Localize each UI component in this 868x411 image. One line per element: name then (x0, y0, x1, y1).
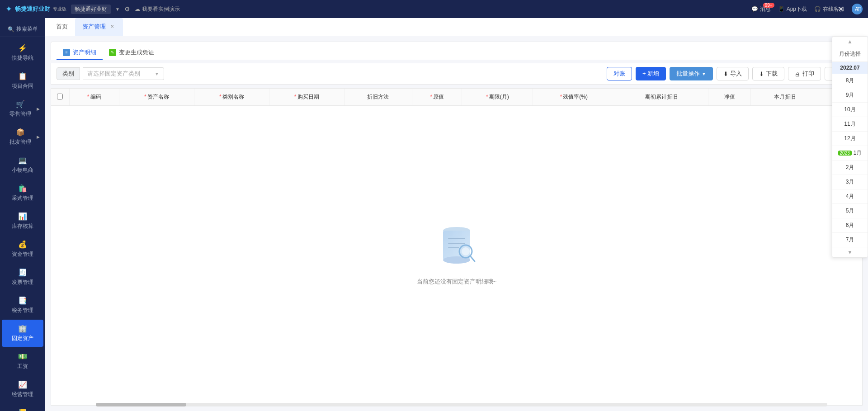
window-controls: ✕ □ (832, 0, 868, 18)
sub-tab-asset-detail-label: 资产明细 (73, 48, 96, 57)
sub-tab-change-voucher-label: 变更生成凭证 (119, 48, 154, 57)
month-item-2[interactable]: 2月 (832, 161, 868, 175)
reconcile-button[interactable]: 对账 (607, 67, 632, 80)
col-purchase-date: *购买日期 (269, 89, 344, 106)
sidebar-item-retail[interactable]: 🛒 零售管理 ▶ (2, 95, 43, 123)
app-download-button[interactable]: 📱 App下载 (778, 5, 807, 13)
download-label: 下载 (766, 70, 778, 78)
page-content: ≡ 资产明细 ✎ 变更生成凭证 类别 请选择固定资产类别 ▼ (45, 36, 868, 411)
col-name: *资产名称 (119, 89, 194, 106)
tab-bar: 首页 资产管理 ✕ (45, 18, 868, 36)
month-item-1-2023[interactable]: 2023 1月 (832, 146, 868, 161)
category-dropdown[interactable]: 请选择固定资产类别 ▼ (83, 67, 164, 80)
month-item-3[interactable]: 3月 (832, 175, 868, 189)
purchase-icon: 🛍️ (18, 184, 27, 193)
empty-text: 当前您还没有固定资产明细哦~ (417, 278, 497, 286)
sidebar-item-tax[interactable]: 📑 税务管理 (2, 292, 43, 319)
app-edition: 专业版 (53, 6, 66, 12)
sidebar-item-wholesale[interactable]: 📦 批发管理 ▶ (2, 123, 43, 151)
month-item-6[interactable]: 6月 (832, 218, 868, 233)
batch-label: 批量操作 (676, 70, 700, 78)
svg-line-8 (470, 256, 475, 261)
col-code: *编码 (69, 89, 119, 106)
main-layout: 🔍 搜索菜单 ⚡ 快捷导航 📋 项目合同 🛒 零售管理 ▶ 📦 批发管理 ▶ (0, 18, 868, 411)
toolbar: 类别 请选择固定资产类别 ▼ 对账 + 新增 批量操作 ▼ (51, 63, 863, 85)
col-accumulated-depreciation: 期初累计折旧 (615, 89, 708, 106)
asset-detail-tab-icon: ≡ (63, 49, 70, 56)
wholesale-icon: 📦 (16, 128, 25, 137)
month-item-8[interactable]: 8月 (832, 74, 868, 88)
window-maximize-button[interactable]: □ (850, 0, 868, 18)
month-panel-up-arrow[interactable]: ▲ (832, 37, 868, 47)
retail-arrow-icon: ▶ (37, 107, 40, 111)
assets-table: *编码 *资产名称 *类别名称 *购买日期 折旧方法 *原值 *期限(月) *残… (51, 89, 862, 106)
sidebar: 🔍 搜索菜单 ⚡ 快捷导航 📋 项目合同 🛒 零售管理 ▶ 📦 批发管理 ▶ (0, 18, 45, 411)
add-button[interactable]: + 新增 (636, 67, 666, 80)
month-list: 8月 9月 10月 11月 12月 2023 1月 2月 3月 4月 5月 6月… (832, 74, 868, 247)
month-item-7[interactable]: 7月 (832, 233, 868, 247)
sidebar-item-ledger[interactable]: 📒 总账管理 (2, 404, 43, 411)
sub-tab-asset-detail[interactable]: ≡ 资产明细 (57, 46, 103, 60)
sidebar-item-finance[interactable]: 💰 资金管理 (2, 236, 43, 263)
empty-illustration (429, 225, 484, 270)
quick-nav-icon: ⚡ (18, 44, 27, 52)
col-category: *类别名称 (194, 89, 269, 106)
table-header-row: *编码 *资产名称 *类别名称 *购买日期 折旧方法 *原值 *期限(月) *残… (51, 89, 862, 106)
tab-home[interactable]: 首页 (49, 18, 75, 36)
sidebar-item-ecommerce[interactable]: 💻 小畅电商 (2, 151, 43, 179)
sidebar-item-operations[interactable]: 📈 经营管理 (2, 376, 43, 403)
download-button[interactable]: ⬇ 下载 (752, 67, 784, 80)
tab-close-icon[interactable]: ✕ (108, 23, 116, 30)
month-item-9[interactable]: 9月 (832, 88, 868, 103)
batch-button[interactable]: 批量操作 ▼ (670, 67, 713, 80)
retail-icon: 🛒 (16, 100, 25, 109)
toolbar-right: 对账 + 新增 批量操作 ▼ ⬇ 导入 ⬇ 下载 (607, 67, 857, 80)
cloud-icon: ☁ (135, 6, 140, 12)
message-button[interactable]: 💬 消息 99+ (751, 5, 771, 13)
sidebar-item-invoice[interactable]: 🧾 发票管理 (2, 264, 43, 291)
current-month-display[interactable]: 2022.07 (840, 65, 859, 71)
settings-icon[interactable]: ⚙ (124, 5, 130, 13)
sidebar-item-salary[interactable]: 💵 工资 (2, 348, 43, 375)
tab-asset-management[interactable]: 资产管理 ✕ (75, 18, 123, 36)
empty-state: 当前您还没有固定资产明细哦~ (51, 106, 862, 405)
print-label: 打印 (802, 70, 814, 78)
month-item-11[interactable]: 11月 (832, 117, 868, 132)
company-dropdown-icon[interactable]: ▼ (115, 7, 120, 12)
finance-icon: 💰 (18, 240, 27, 249)
month-panel-title: 月份选择 (839, 50, 861, 58)
download-icon: ⬇ (759, 71, 764, 77)
content-area: 首页 资产管理 ✕ ≡ 资产明细 ✎ 变更生成凭证 (45, 18, 868, 411)
scrollbar-thumb[interactable] (96, 403, 186, 406)
month-panel-header: 月份选择 (832, 47, 868, 62)
col-original-value: *原值 (412, 89, 462, 106)
batch-arrow-icon: ▼ (702, 71, 706, 76)
tab-home-label: 首页 (56, 23, 68, 31)
month-panel-down-arrow[interactable]: ▼ (832, 247, 868, 257)
table-container: *编码 *资产名称 *类别名称 *购买日期 折旧方法 *原值 *期限(月) *残… (51, 88, 863, 406)
search-menu[interactable]: 🔍 搜索菜单 (0, 22, 45, 37)
tax-icon: 📑 (18, 296, 27, 305)
sub-tab-change-voucher[interactable]: ✎ 变更生成凭证 (103, 46, 160, 60)
sidebar-item-inventory[interactable]: 📊 库存核算 (2, 208, 43, 235)
app-name: 畅捷通好业财 (15, 5, 50, 13)
print-button[interactable]: 🖨 打印 (788, 67, 821, 80)
sidebar-item-quick-nav[interactable]: ⚡ 快捷导航 (2, 39, 43, 66)
company-selector[interactable]: 畅捷通好业财 (71, 5, 111, 14)
month-item-4[interactable]: 4月 (832, 189, 868, 204)
sidebar-item-project[interactable]: 📋 项目合同 (2, 67, 43, 94)
select-all-checkbox[interactable] (57, 94, 63, 99)
sidebar-item-fixed-assets[interactable]: 🏢 固定资产 (2, 320, 43, 347)
app-logo-icon: ✦ (5, 4, 12, 14)
col-checkbox (51, 89, 69, 106)
window-close-button[interactable]: ✕ (832, 0, 850, 18)
demo-link[interactable]: ☁ 我要看实例演示 (135, 5, 180, 13)
month-item-12[interactable]: 12月 (832, 132, 868, 146)
month-item-5[interactable]: 5月 (832, 204, 868, 218)
sidebar-item-purchase[interactable]: 🛍️ 采购管理 (2, 180, 43, 207)
import-button[interactable]: ⬇ 导入 (717, 67, 749, 80)
month-item-10[interactable]: 10月 (832, 103, 868, 117)
invoice-icon: 🧾 (18, 268, 27, 277)
page-scrollbar[interactable] (96, 403, 827, 406)
inventory-icon: 📊 (18, 212, 27, 221)
